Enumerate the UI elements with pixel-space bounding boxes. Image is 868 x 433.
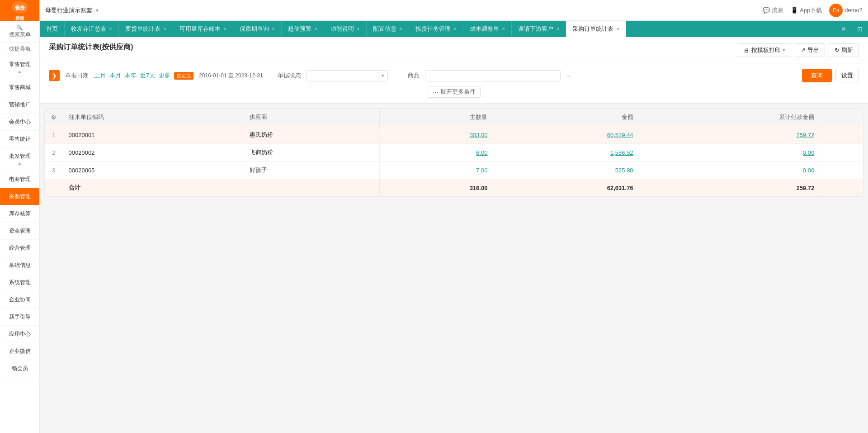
message-btn[interactable]: 💬 消息 [763,6,783,14]
app-logo: 畅捷 标题 [0,0,39,21]
tab-goods-stats[interactable]: 要货单统计表× [119,21,173,37]
page-wrapper: 采购订单统计表(按供应商) 🖨 按模板打印 ▾ ↗ 导出 ↻ 刷新 [40,37,868,433]
cell-paid[interactable]: 0.00 [639,162,820,179]
sidebar-item-label: 采购管理 [9,193,31,200]
sidebar-item-operations[interactable]: 经营管理 [0,240,39,257]
date-7days[interactable]: 近7天 [140,71,155,80]
sidebar-item-members[interactable]: 会员中心 [0,114,39,131]
search-menu[interactable]: 🔍 搜索菜单 [0,21,39,43]
sidebar-item-wechat[interactable]: 企业微信 [0,343,39,360]
sidebar-item-enterprise[interactable]: 企业协同 [0,291,39,309]
filter-toggle-btn[interactable]: ❯ [49,70,60,81]
footer-paid: 259.72 [639,179,820,197]
cell-index: 1 [45,126,63,144]
table-row[interactable]: 2 00020002 飞鹤奶粉 6.00 1,586.52 0.00 [45,144,863,162]
sidebar-item-system[interactable]: 系统管理 [0,274,39,291]
tab-warranty[interactable]: 保质期查询× [233,21,282,37]
tab-close-icon[interactable]: × [502,26,505,32]
tab-receive-send[interactable]: 收发存汇总表× [65,21,119,37]
export-btn[interactable]: ↗ 导出 [795,43,825,57]
table-row[interactable]: 3 00020005 好孩子 7.00 525.80 0.00 [45,162,863,179]
table-row[interactable]: 1 00020001 惠氏奶粉 303.00 60,519.44 259.72 [45,126,863,144]
status-select[interactable] [307,70,388,81]
query-btn[interactable]: 查询 [802,69,832,82]
sidebar-item-basics[interactable]: 基础信息 [0,257,39,274]
sidebar-item-retail-mall[interactable]: 零售商城 [0,79,39,96]
tab-label: 功能说明 [330,25,354,33]
tab-close-icon[interactable]: × [556,26,559,32]
tab-inventory-book[interactable]: 可用量库存账本× [173,21,233,37]
cell-index: 2 [45,144,63,162]
sidebar-item-purchase[interactable]: 采购管理 [0,188,39,205]
status-filter-label: 单据状态 [278,71,301,80]
sidebar-item-marketing[interactable]: 营销推广 [0,96,39,114]
print-btn[interactable]: 🖨 按模板打印 ▾ [738,43,791,57]
tab-close-icon[interactable]: × [272,26,275,32]
tab-close-icon[interactable]: × [616,26,619,32]
expand-filter-btn[interactable]: ⋯ 展开更多条件 [428,86,481,98]
tab-label: 要货单统计表 [125,25,160,33]
tabbar: 首页收发存汇总表×要货单统计表×可用量库存账本×保质期查询×超储预警×功能说明×… [40,21,868,37]
sidebar-item-wholesale[interactable]: 批发管理▲ [0,148,39,171]
sidebar-item-appstore[interactable]: 应用中心 [0,326,39,343]
tab-purchase-stats[interactable]: 采购订单统计表× [566,21,626,37]
shortcut-nav[interactable]: 快捷导航 [0,43,39,56]
sidebar-item-newbie[interactable]: 新手引导 [0,309,39,326]
cell-paid[interactable]: 259.72 [639,126,820,144]
sidebar-item-retail-mgmt[interactable]: 零售管理▲ [0,56,39,79]
cell-amount[interactable]: 1,586.52 [493,144,639,162]
print-dropdown-icon: ▾ [783,47,785,53]
maximize-btn[interactable]: ⊡ [852,21,868,37]
tab-close-icon[interactable]: × [223,26,226,32]
avatar: Ea [829,4,843,17]
tab-close-icon[interactable]: × [314,26,317,32]
sidebar-item-ecommerce[interactable]: 电商管理 [0,171,39,188]
cell-qty[interactable]: 6.00 [379,144,493,162]
cell-code: 00020002 [63,144,244,162]
export-label: 导出 [807,46,819,54]
company-dropdown-icon[interactable]: ▾ [96,7,99,14]
close-tab-btn[interactable]: ✕ [835,21,852,37]
date-this-month[interactable]: 本月 [109,71,121,80]
cell-qty[interactable]: 7.00 [379,162,493,179]
tab-help[interactable]: 功能说明× [324,21,367,37]
cell-amount[interactable]: 60,519.44 [493,126,639,144]
user-menu[interactable]: Ea demo2 [829,4,863,17]
data-table: ⚙ 往来单位编码 供应商 主数量 金额 累计付款金额 1 00020001 惠氏… [45,109,863,196]
tab-pick-task[interactable]: 拣货任务管理× [409,21,463,37]
filter-row-2: ⋯ 展开更多条件 [49,86,859,98]
tab-config[interactable]: 配置信息× [367,21,409,37]
footer-label: 合计 [63,179,244,197]
tab-home[interactable]: 首页 [40,21,65,37]
sidebar-item-finance[interactable]: 资金管理 [0,223,39,240]
tab-close-icon[interactable]: × [399,26,402,32]
date-more[interactable]: 更多 [159,71,170,80]
tab-close-icon[interactable]: × [453,26,457,32]
cell-amount[interactable]: 525.80 [493,162,639,179]
app-download-btn[interactable]: 📱 App下载 [791,6,822,14]
sidebar-item-label: 电商管理 [9,176,31,183]
goods-input[interactable] [425,70,561,81]
refresh-btn[interactable]: ↻ 刷新 [829,43,859,57]
cell-paid[interactable]: 0.00 [639,144,820,162]
settings-btn[interactable]: 设置 [835,69,859,82]
sidebar-item-vip[interactable]: 畅会员 [0,360,39,377]
col-settings[interactable]: ⚙ [45,109,63,126]
cell-qty[interactable]: 303.00 [379,126,493,144]
date-custom-badge[interactable]: 自定义 [174,72,193,80]
tab-close-icon[interactable]: × [109,26,112,32]
date-last-month[interactable]: 上月 [94,71,106,80]
tab-overstock[interactable]: 超储预警× [282,21,324,37]
date-shortcuts: 上月 本月 本年 近7天 更多 自定义 [94,71,193,80]
sidebar-item-retail-stats[interactable]: 零售统计 [0,131,39,148]
date-this-year[interactable]: 本年 [125,71,137,80]
tab-close-icon[interactable]: × [357,26,360,32]
tab-close-icon[interactable]: × [163,26,166,32]
settings-icon[interactable]: ⚙ [51,114,57,121]
sidebar-item-label: 基础信息 [9,262,31,269]
filter-more-icon[interactable]: ··· [566,72,571,79]
main-content: 母婴行业演示账套 ▾ 💬 消息 📱 App下载 Ea demo2 首页收发存汇总… [40,0,868,433]
tab-cost-adjust[interactable]: 成本调整单× [463,21,512,37]
tab-invite[interactable]: 邀请下游客户× [512,21,566,37]
sidebar-item-inventory[interactable]: 库存核算 [0,205,39,223]
